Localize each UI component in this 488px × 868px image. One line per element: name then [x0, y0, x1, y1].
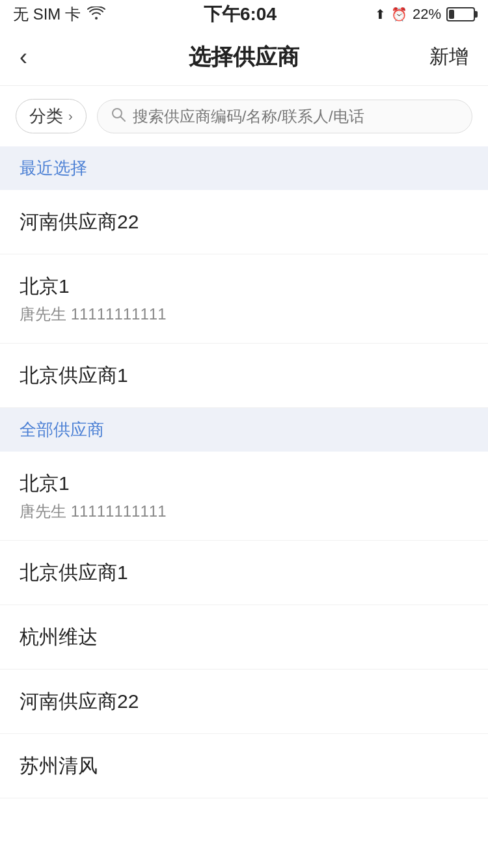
- status-left: 无 SIM 卡: [13, 4, 105, 25]
- all-list: 北京1唐先生 11111111111北京供应商1杭州维达河南供应商22苏州清风: [0, 452, 488, 798]
- location-icon: ⬆: [375, 7, 386, 22]
- item-name: 苏州清风: [20, 752, 468, 780]
- list-item[interactable]: 北京1唐先生 11111111111: [0, 254, 488, 344]
- add-button[interactable]: 新增: [429, 44, 468, 70]
- no-sim-label: 无 SIM 卡: [13, 4, 81, 25]
- status-right: ⬆ ⏰ 22%: [375, 6, 475, 23]
- item-sub: 唐先生 11111111111: [20, 501, 468, 522]
- chevron-right-icon: ›: [68, 109, 73, 124]
- battery-icon: [446, 7, 475, 21]
- nav-bar: ‹ 选择供应商 新增: [0, 29, 488, 86]
- category-filter-button[interactable]: 分类 ›: [16, 99, 87, 133]
- list-item[interactable]: 河南供应商22: [0, 190, 488, 254]
- svg-line-1: [120, 116, 125, 121]
- status-time: 下午6:04: [204, 2, 277, 27]
- status-bar: 无 SIM 卡 下午6:04 ⬆ ⏰ 22%: [0, 0, 488, 29]
- list-item[interactable]: 北京1唐先生 11111111111: [0, 452, 488, 541]
- wifi-icon: [87, 5, 105, 23]
- category-label: 分类: [29, 105, 63, 128]
- list-item[interactable]: 北京供应商1: [0, 344, 488, 408]
- search-box[interactable]: [97, 100, 472, 133]
- item-name: 北京供应商1: [20, 559, 468, 586]
- back-button[interactable]: ‹: [20, 44, 59, 71]
- search-input[interactable]: [133, 107, 459, 126]
- filter-bar: 分类 ›: [0, 86, 488, 146]
- recent-list: 河南供应商22北京1唐先生 11111111111北京供应商1: [0, 190, 488, 408]
- item-name: 北京1: [20, 470, 468, 497]
- item-name: 北京1: [20, 273, 468, 300]
- search-icon: [111, 107, 126, 126]
- list-item[interactable]: 北京供应商1: [0, 541, 488, 605]
- list-item[interactable]: 苏州清风: [0, 734, 488, 798]
- page-title: 选择供应商: [189, 42, 299, 72]
- item-name: 杭州维达: [20, 623, 468, 651]
- recent-section-header: 最近选择: [0, 146, 488, 190]
- battery-percent: 22%: [413, 6, 441, 23]
- item-sub: 唐先生 11111111111: [20, 304, 468, 325]
- item-name: 河南供应商22: [20, 688, 468, 715]
- item-name: 河南供应商22: [20, 208, 468, 236]
- list-item[interactable]: 河南供应商22: [0, 670, 488, 734]
- list-item[interactable]: 杭州维达: [0, 605, 488, 670]
- item-name: 北京供应商1: [20, 362, 468, 389]
- all-section-header: 全部供应商: [0, 408, 488, 452]
- alarm-icon: ⏰: [391, 7, 407, 22]
